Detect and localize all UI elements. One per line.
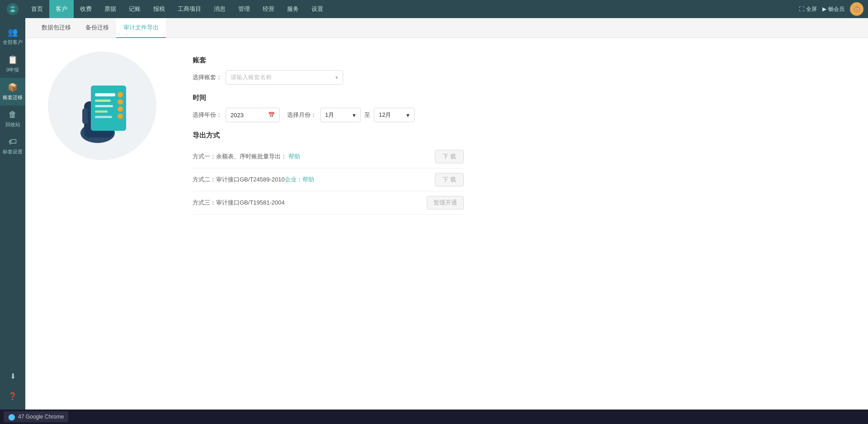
form-area: 账套 选择账套： 请输入账套名称 ▾ 时间 选择年份： 2023 📅: [193, 52, 464, 214]
svg-rect-6: [95, 93, 115, 96]
sidebar-item-label-tags: 标签设置: [3, 148, 23, 155]
export-method-2-text: 方式二：审计接口GB/T24589-2010: [193, 176, 285, 183]
nav-business[interactable]: 工商项目: [171, 0, 208, 18]
tab-backup-migration[interactable]: 备份迁移: [78, 18, 116, 38]
month-label: 选择月份：: [287, 111, 316, 119]
vip-label: 畅会员: [828, 5, 844, 13]
taskbar-chrome-label: 47 Google Chrome: [18, 414, 64, 420]
tab-data-migration[interactable]: 数据包迁移: [34, 18, 78, 38]
vip-icon: ▶: [822, 6, 826, 12]
taskbar: ⬤ 47 Google Chrome: [0, 410, 868, 424]
month-end-value: 12月: [379, 111, 391, 119]
export-method-3-open-button[interactable]: 暂缓开通: [427, 196, 464, 210]
export-method-1-text: 方式一：余额表、序时账批量导出：: [193, 153, 287, 160]
sidebar-item-label-migration: 账套迁移: [3, 94, 23, 101]
illustration-area: [39, 52, 165, 160]
all-clients-icon: 👥: [8, 27, 18, 37]
vip-button[interactable]: ▶ 畅会员: [822, 5, 844, 13]
nav-operation[interactable]: 经营: [256, 0, 281, 18]
sidebar: 👥 全部客户 📋 0申报 📦 账套迁移 🗑 回收站 🏷 标签设置 ⬇ ❓: [0, 18, 25, 410]
svg-point-0: [7, 3, 19, 15]
sidebar-item-recycle[interactable]: 🗑 回收站: [0, 105, 25, 133]
export-method-1-row: 方式一：余额表、序时账批量导出： 帮助 下 载: [193, 145, 464, 168]
fullscreen-button[interactable]: ⛶ 全屏: [799, 5, 817, 13]
nav-settings[interactable]: 设置: [305, 0, 330, 18]
export-method-1-label: 方式一：余额表、序时账批量导出： 帮助: [193, 152, 435, 161]
svg-point-11: [118, 92, 123, 97]
content-area: 数据包迁移 备份迁移 审计文件导出: [25, 18, 868, 410]
svg-rect-9: [95, 110, 108, 113]
sidebar-item-label-recycle: 回收站: [5, 121, 20, 128]
sidebar-item-zero-declare[interactable]: 📋 0申报: [0, 50, 25, 78]
export-method-3-row: 方式三：审计接口GB/T19581-2004 暂缓开通: [193, 191, 464, 214]
month-start-value: 1月: [325, 111, 334, 119]
nav-charge[interactable]: 收费: [74, 0, 98, 18]
nav-home[interactable]: 首页: [25, 0, 49, 18]
tab-audit-export[interactable]: 审计文件导出: [116, 18, 166, 38]
fullscreen-icon: ⛶: [799, 6, 804, 12]
export-method-3-label: 方式三：审计接口GB/T19581-2004: [193, 199, 427, 207]
month-end-select[interactable]: 12月 ▾: [374, 108, 415, 122]
sidebar-item-migration[interactable]: 📦 账套迁移: [0, 78, 25, 105]
svg-rect-10: [95, 116, 112, 118]
taskbar-chrome-item[interactable]: ⬤ 47 Google Chrome: [4, 411, 68, 422]
export-method-2-download-button[interactable]: 下 载: [435, 173, 464, 186]
top-nav: 首页 客户 收费 票据 记账 报税 工商项目 消息 管理 经营 服务 设置 ⛶ …: [0, 0, 868, 18]
illustration-circle: [48, 52, 156, 160]
export-method-2-row: 方式二：审计接口GB/T24589-2010企业：帮助 下 载: [193, 168, 464, 191]
app-logo: [0, 0, 25, 18]
account-form-row: 选择账套： 请输入账套名称 ▾: [193, 70, 464, 85]
nav-tax[interactable]: 报税: [147, 0, 171, 18]
account-select-chevron-icon: ▾: [335, 75, 338, 81]
sub-tabs: 数据包迁移 备份迁移 审计文件导出: [25, 18, 868, 38]
month-start-select[interactable]: 1月 ▾: [320, 108, 361, 122]
month-end-chevron-icon: ▾: [406, 112, 410, 119]
avatar[interactable]: 🐵: [850, 2, 863, 16]
main-layout: 👥 全部客户 📋 0申报 📦 账套迁移 🗑 回收站 🏷 标签设置 ⬇ ❓ 数据包…: [0, 18, 868, 410]
account-select-label: 选择账套：: [193, 73, 222, 81]
time-form-row: 选择年份： 2023 📅 选择月份： 1月 ▾ 至 12月 ▾: [193, 108, 464, 122]
year-input[interactable]: 2023 📅: [226, 108, 280, 122]
nav-invoice[interactable]: 票据: [98, 0, 123, 18]
sidebar-item-label-declare: 0申报: [6, 67, 19, 73]
nav-bookkeeping[interactable]: 记账: [123, 0, 147, 18]
sidebar-item-label-clients: 全部客户: [3, 39, 23, 46]
nav-items: 首页 客户 收费 票据 记账 报税 工商项目 消息 管理 经营 服务 设置: [25, 0, 330, 18]
nav-message[interactable]: 消息: [208, 0, 232, 18]
export-method-1-download-button[interactable]: 下 载: [435, 150, 464, 163]
fullscreen-label: 全屏: [806, 5, 817, 13]
recycle-icon: 🗑: [9, 110, 17, 119]
export-method-2-company-link[interactable]: 企业: [285, 176, 297, 183]
sidebar-item-tags[interactable]: 🏷 标签设置: [0, 133, 25, 160]
svg-rect-3: [82, 108, 88, 124]
year-value: 2023: [231, 112, 244, 119]
tags-icon: 🏷: [9, 137, 17, 147]
svg-point-12: [118, 99, 123, 105]
sidebar-bottom-help[interactable]: ❓: [0, 387, 25, 405]
zero-declare-icon: 📋: [8, 55, 18, 65]
export-method-1-help-link[interactable]: 帮助: [288, 153, 300, 160]
migration-icon: 📦: [8, 82, 18, 92]
account-select[interactable]: 请输入账套名称 ▾: [226, 70, 343, 85]
svg-point-13: [118, 106, 123, 112]
account-section-title: 账套: [193, 56, 464, 65]
nav-client[interactable]: 客户: [49, 0, 74, 18]
svg-rect-8: [95, 105, 113, 107]
svg-point-14: [118, 114, 123, 119]
to-label: 至: [364, 111, 370, 119]
nav-service[interactable]: 服务: [281, 0, 305, 18]
nav-right: ⛶ 全屏 ▶ 畅会员 🐵: [799, 2, 863, 16]
time-section-title: 时间: [193, 94, 464, 102]
year-label: 选择年份：: [193, 111, 222, 119]
sidebar-bottom-download[interactable]: ⬇: [0, 367, 25, 385]
illustration-svg: [61, 61, 143, 151]
export-section-title: 导出方式: [193, 131, 464, 140]
nav-manage[interactable]: 管理: [232, 0, 256, 18]
export-method-2-help-link[interactable]: 帮助: [302, 176, 314, 183]
account-select-placeholder: 请输入账套名称: [231, 73, 272, 81]
chrome-icon: ⬤: [8, 413, 15, 420]
sidebar-item-all-clients[interactable]: 👥 全部客户: [0, 23, 25, 50]
export-method-3-text: 方式三：审计接口GB/T19581-2004: [193, 199, 285, 206]
export-method-2-label: 方式二：审计接口GB/T24589-2010企业：帮助: [193, 176, 435, 184]
sidebar-bottom: ⬇ ❓: [0, 367, 25, 410]
